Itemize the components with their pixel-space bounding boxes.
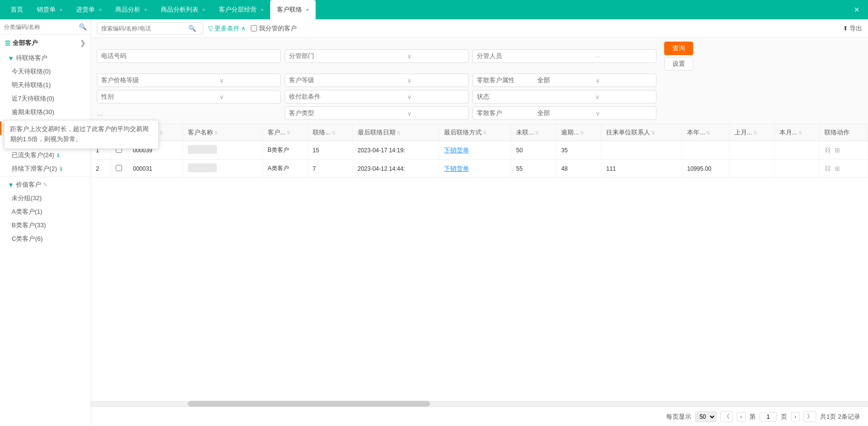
- sidebar-search-input[interactable]: [4, 24, 77, 30]
- value-customers-group[interactable]: ▼ 价值客户 ✎: [0, 178, 91, 191]
- dept-field[interactable]: 分管部门 ∨: [285, 49, 469, 63]
- last-page-btn[interactable]: 》: [804, 411, 816, 422]
- sidebar-overdue-contact[interactable]: 逾期未联络(30): [0, 105, 91, 119]
- phone-field[interactable]: 电话号码: [97, 49, 281, 63]
- th-last-date[interactable]: 最后联络日期 ⇅: [352, 124, 439, 141]
- price-level-field[interactable]: 客户价格等级 ∨: [97, 73, 281, 87]
- manager-dots: ···: [595, 53, 652, 60]
- row2-unit-contact: 111: [601, 160, 682, 178]
- customer-type-field[interactable]: 客户类型 ∨: [285, 106, 469, 120]
- nav-sales[interactable]: 销货单 ×: [30, 0, 69, 19]
- export-button[interactable]: ⬆ 导出: [843, 24, 862, 33]
- sidebar-today-contact[interactable]: 今天待联络(0): [0, 65, 91, 78]
- row1-actions: ⛓ ⊞: [819, 141, 868, 160]
- close-purchase-tab[interactable]: ×: [99, 7, 102, 13]
- close-sales-tab[interactable]: ×: [60, 7, 62, 13]
- edit-icon[interactable]: ✎: [43, 182, 47, 188]
- sidebar-churned[interactable]: 已流失客户(24) ℹ: [0, 148, 91, 162]
- my-customers-checkbox[interactable]: [251, 25, 257, 31]
- nav-customer-segment[interactable]: 客户分层经营 ×: [212, 0, 270, 19]
- sidebar-a-class[interactable]: A类客户(1): [0, 205, 91, 219]
- sort-icon-lmonth: ⇅: [753, 130, 757, 135]
- sort-icon-uncontacted: ⇅: [535, 130, 539, 135]
- th-this-year[interactable]: 本年... ⇅: [682, 124, 729, 141]
- nav-product-analysis[interactable]: 商品分析 ×: [108, 0, 154, 19]
- sort-icon-tmonth: ⇅: [798, 130, 802, 135]
- retail-customer-field[interactable]: 零散客户 全部 ∨: [472, 106, 656, 120]
- sidebar-declining[interactable]: 持续下滑客户(2) ℹ: [0, 162, 91, 176]
- sort-icon-unit: ⇅: [651, 130, 655, 135]
- main-layout: 🔍 ☰ 全部客户 ❯ ▼ 待联络客户 今天待联络(0) 明天待联络(1) 近7天…: [0, 19, 868, 426]
- collapse-icon[interactable]: ❯: [80, 39, 86, 47]
- nav-product-list[interactable]: 商品分析列表 ×: [154, 0, 212, 19]
- row1-name: [183, 141, 262, 160]
- page-size-select[interactable]: 50: [695, 411, 716, 422]
- search-icon[interactable]: 🔍: [188, 25, 196, 32]
- sidebar-7day-contact[interactable]: 近7天待联络(0): [0, 92, 91, 105]
- th-name[interactable]: 客户名称 ⇅: [183, 124, 262, 141]
- row2-link-icon[interactable]: ⛓: [824, 165, 831, 172]
- nav-home[interactable]: 首页: [4, 0, 30, 19]
- th-contact-count[interactable]: 联络... ⇅: [307, 124, 352, 141]
- top-navigation: 首页 销货单 × 进货单 × 商品分析 × 商品分析列表 × 客户分层经营 × …: [0, 0, 868, 19]
- more-conditions-btn[interactable]: ▽ 更多条件 ∧: [208, 24, 246, 33]
- setting-button[interactable]: 设置: [664, 57, 693, 71]
- th-type[interactable]: 客户... ⇅: [262, 124, 307, 141]
- type-arrow: ∨: [407, 110, 464, 117]
- table-row: 2 000031 A类客户 7 2023-04-12 14:44: 下销货单 5…: [91, 160, 868, 178]
- status-field[interactable]: 状态 ∨: [472, 90, 656, 103]
- expand-triangle-2: ▼: [8, 181, 14, 189]
- row1-link-icon[interactable]: ⛓: [824, 147, 831, 154]
- th-this-month[interactable]: 本月... ⇅: [774, 124, 819, 141]
- sidebar-search-icon[interactable]: 🔍: [79, 23, 87, 30]
- gender-field[interactable]: 性别 ∨: [97, 90, 281, 103]
- sidebar-ungrouped[interactable]: 未分组(32): [0, 191, 91, 205]
- row2-type: A类客户: [262, 160, 307, 178]
- tooltip-box: 距客户上次交易时长，超过了此客户的平均交易周期的1.5倍，则视为异常。: [4, 120, 91, 149]
- th-unit-contact[interactable]: 往来单位联系人 ⇅: [601, 124, 682, 141]
- row2-overdue: 48: [556, 160, 601, 178]
- table-row: 1 000039 B类客户 15 2023-04-17 14:19: 下销货单 …: [91, 141, 868, 160]
- horizontal-scrollbar[interactable]: [91, 401, 868, 407]
- prev-page-btn[interactable]: ‹: [737, 412, 746, 422]
- page-number-input[interactable]: [760, 412, 777, 422]
- payment-field[interactable]: 收付款条件 ∨: [285, 90, 469, 103]
- close-product-list-tab[interactable]: ×: [202, 7, 205, 13]
- row2-select-checkbox[interactable]: [116, 165, 122, 171]
- customer-search-input[interactable]: [101, 25, 188, 32]
- pending-contact-group[interactable]: ▼ 待联络客户: [0, 51, 91, 65]
- total-records-label: 共1页 2条记录: [820, 412, 860, 421]
- th-overdue[interactable]: 逾期... ⇅: [556, 124, 601, 141]
- all-customers-header[interactable]: ☰ 全部客户 ❯: [0, 35, 91, 51]
- row2-grid-icon[interactable]: ⊞: [835, 165, 840, 172]
- row2-name: [183, 160, 262, 178]
- sidebar-c-class[interactable]: C类客户(6): [0, 232, 91, 246]
- close-product-analysis-tab[interactable]: ×: [144, 7, 147, 13]
- next-page-btn[interactable]: ›: [791, 412, 800, 422]
- sidebar-tomorrow-contact[interactable]: 明天待联络(1): [0, 78, 91, 92]
- row2-last-method[interactable]: 下销货单: [439, 160, 511, 178]
- manager-field[interactable]: 分管人员 ···: [472, 49, 656, 63]
- sidebar-b-class[interactable]: B类客户(33): [0, 219, 91, 232]
- nav-purchase[interactable]: 进货单 ×: [69, 0, 108, 19]
- row2-action-icons: ⛓ ⊞: [824, 165, 863, 172]
- customer-level-field[interactable]: 客户等级 ∨: [285, 73, 469, 87]
- row1-this-year: [682, 141, 729, 160]
- nav-customer-contact[interactable]: 客户联络 ×: [270, 0, 316, 19]
- payment-arrow: ∨: [407, 93, 464, 101]
- th-last-month[interactable]: 上月... ⇅: [729, 124, 774, 141]
- scrollbar-thumb[interactable]: [188, 401, 430, 407]
- more-dots-btn[interactable]: ...: [97, 109, 103, 118]
- first-page-btn[interactable]: 《: [720, 411, 733, 422]
- query-button[interactable]: 查询: [664, 42, 693, 55]
- th-uncontacted[interactable]: 未联... ⇅: [511, 124, 556, 141]
- filter-row-3: 性别 ∨ 收付款条件 ∨ 状态 ∨: [97, 90, 862, 103]
- retail-attr-field[interactable]: 零散客户属性 全部 ∨: [472, 73, 656, 87]
- window-close-button[interactable]: ×: [849, 5, 864, 15]
- close-contact-tab[interactable]: ×: [306, 7, 309, 13]
- th-last-method[interactable]: 最后联络方式 ⇅: [439, 124, 511, 141]
- row1-grid-icon[interactable]: ⊞: [835, 147, 840, 154]
- row1-last-method[interactable]: 下销货单: [439, 141, 511, 160]
- close-segment-tab[interactable]: ×: [260, 7, 263, 13]
- retail-arrow: ∨: [595, 110, 652, 117]
